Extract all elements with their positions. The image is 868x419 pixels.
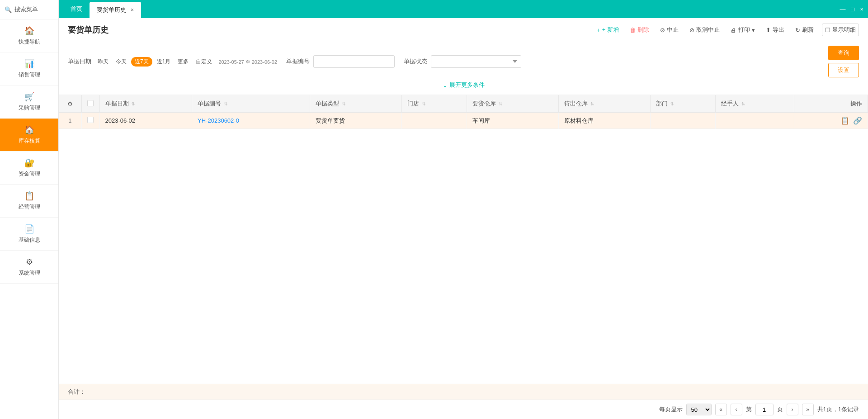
stop-label: 中止 [667,26,679,34]
table-area: ⚙ 单据日期 ⇅ 单据编号 ⇅ [59,95,868,384]
sidebar-item-purchase[interactable]: 🛒 采购管理 [0,86,58,119]
col-number-label: 单据编号 [198,100,221,107]
sidebar-item-system[interactable]: ⚙ 系统管理 [0,251,58,284]
tab-home[interactable]: 首页 [63,0,90,18]
maximize-button[interactable]: □ [851,6,855,13]
sidebar-item-basic-label: 基础信息 [19,236,40,244]
req-sort-icon[interactable]: ⇅ [499,101,502,106]
col-req-warehouse: 要货仓库 ⇅ [467,95,559,113]
doc-status-filter-group: 单据状态 [404,55,521,68]
link-action-icon[interactable]: 🔗 [853,116,862,125]
gear-icon[interactable]: ⚙ [67,100,73,107]
row-action: 📋 🔗 [794,113,868,129]
delete-label: 删除 [637,26,649,34]
select-all-checkbox[interactable] [87,100,94,106]
date-shortcut-custom[interactable]: 自定义 [193,57,215,67]
sidebar-item-basic[interactable]: 📄 基础信息 [0,218,58,251]
doc-status-label: 单据状态 [404,57,427,66]
refresh-button[interactable]: ↻ 刷新 [793,24,816,36]
date-shortcut-more[interactable]: 更多 [175,57,191,67]
expand-more-button[interactable]: ⌄ 展开更多条件 [68,81,859,89]
col-action: 操作 [794,95,868,113]
sidebar-search-label: 搜索菜单 [14,5,38,14]
col-department: 部门 ⇅ [650,95,716,113]
print-button[interactable]: 🖨 打印 ▾ [728,24,758,36]
sidebar: 🔍 搜索菜单 🏠 快捷导航 📊 销售管理 🛒 采购管理 🏠 库存核算 🔐 资金管… [0,0,59,419]
col-type-label: 单据类型 [316,100,339,107]
pending-sort-icon[interactable]: ⇅ [590,101,594,106]
type-sort-icon[interactable]: ⇅ [342,101,345,106]
tab-requisition-history[interactable]: 要货单历史 × [90,2,141,18]
handler-sort-icon[interactable]: ⇅ [741,101,745,106]
date-sort-icon[interactable]: ⇅ [131,101,135,106]
minimize-button[interactable]: — [840,6,846,13]
table-header-row: ⚙ 单据日期 ⇅ 单据编号 ⇅ [59,95,868,113]
system-icon: ⚙ [26,257,33,267]
stop-button[interactable]: ⊘ 中止 [657,24,681,36]
cancel-stop-label: 取消中止 [696,26,720,34]
export-button[interactable]: ⬆ 导出 [763,24,787,36]
next-page-button[interactable]: › [787,404,798,415]
col-settings[interactable]: ⚙ [59,95,81,113]
date-shortcut-1month[interactable]: 近1月 [154,57,174,67]
page-input-suffix: 页 [777,405,783,414]
sidebar-item-home[interactable]: 🏠 快捷导航 [0,19,58,52]
close-window-button[interactable]: × [860,6,863,13]
col-checkbox [81,95,99,113]
col-type: 单据类型 ⇅ [310,95,402,113]
tab-close-icon[interactable]: × [131,7,134,13]
basic-icon: 📄 [24,224,34,234]
col-number: 单据编号 ⇅ [192,95,310,113]
date-shortcut-7days[interactable]: 近7天 [131,57,152,67]
delete-button[interactable]: 🗑 删除 [627,24,652,36]
sidebar-item-operation[interactable]: 📋 经营管理 [0,185,58,218]
sidebar-item-finance[interactable]: 🔐 资金管理 [0,152,58,185]
delete-icon: 🗑 [630,27,636,33]
col-pending-warehouse: 待出仓库 ⇅ [559,95,651,113]
last-page-button[interactable]: » [802,404,814,415]
store-sort-icon[interactable]: ⇅ [422,101,425,106]
print-icon: 🖨 [731,27,736,33]
view-action-icon[interactable]: 📋 [840,116,849,125]
tab-bar: 首页 要货单历史 × — □ × [59,0,868,18]
pagination: 每页显示 50 100 200 « ‹ 第 页 › » 共1页，1条记录 [59,400,868,419]
col-req-warehouse-label: 要货仓库 [472,100,496,107]
row-select-checkbox[interactable] [87,117,94,123]
cancel-stop-icon: ⊘ [689,27,694,33]
page-number-input[interactable] [755,404,774,415]
purchase-icon: 🛒 [24,92,34,102]
col-action-label: 操作 [850,100,862,107]
row-checkbox[interactable] [81,113,99,129]
col-store-label: 门店 [407,100,419,107]
main-area: 首页 要货单历史 × — □ × 要货单历史 + + 新增 🗑 删除 [59,0,868,419]
finance-icon: 🔐 [24,158,34,168]
col-pending-warehouse-label: 待出仓库 [564,100,588,107]
checkbox-display-icon: ☐ [825,27,830,33]
prev-page-button[interactable]: ‹ [731,404,742,415]
date-shortcut-yesterday[interactable]: 昨天 [95,57,111,67]
total-label: 合计： [68,388,85,396]
new-button[interactable]: + + 新增 [594,24,622,36]
display-cell-button[interactable]: ☐ 显示明细 [822,24,859,36]
cancel-stop-button[interactable]: ⊘ 取消中止 [687,24,722,36]
export-icon: ⬆ [766,27,771,33]
filter-actions: 查询 设置 [828,46,859,77]
doc-number-link[interactable]: YH-20230602-0 [198,117,239,124]
doc-status-select[interactable] [431,55,521,68]
data-table: ⚙ 单据日期 ⇅ 单据编号 ⇅ [59,95,868,129]
expand-icon: ⌄ [443,82,448,89]
page-size-select[interactable]: 50 100 200 [686,404,712,415]
action-icons: 📋 🔗 [800,116,862,125]
sidebar-item-inventory[interactable]: 🏠 库存核算 [0,119,58,152]
sidebar-item-sales[interactable]: 📊 销售管理 [0,52,58,86]
number-sort-icon[interactable]: ⇅ [224,101,227,106]
first-page-button[interactable]: « [715,404,727,415]
doc-number-input[interactable] [313,55,395,68]
query-button[interactable]: 查询 [828,46,859,60]
date-filter-group: 单据日期 昨天 今天 近7天 近1月 更多 自定义 2023-05-27 至 2… [68,57,277,67]
filter-setting-button[interactable]: 设置 [828,63,859,77]
inventory-icon: 🏠 [24,125,34,135]
sidebar-search[interactable]: 🔍 搜索菜单 [0,0,58,19]
date-shortcut-today[interactable]: 今天 [113,57,129,67]
dept-sort-icon[interactable]: ⇅ [670,101,674,106]
